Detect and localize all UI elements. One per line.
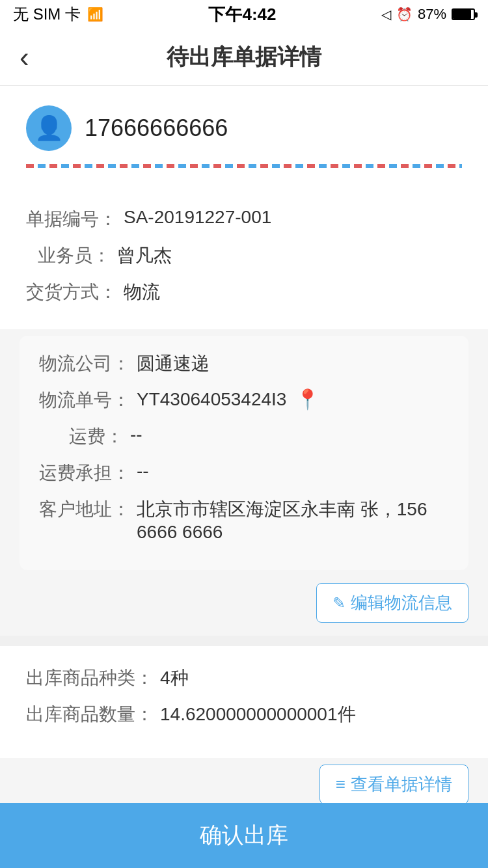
avatar-icon: 👤: [34, 115, 64, 142]
freight-bearer-row: 运费承担： --: [39, 461, 449, 485]
product-quantity-value: 14.620000000000001件: [160, 702, 462, 727]
status-time: 下午4:42: [208, 3, 276, 26]
nav-bar: ‹ 待出库单据详情: [0, 29, 488, 86]
avatar: 👤: [26, 105, 72, 151]
product-types-label: 出库商品种类：: [26, 666, 160, 690]
logistics-company-row: 物流公司： 圆通速递: [39, 351, 449, 376]
delivery-value: 物流: [124, 280, 462, 305]
user-header-section: 👤 17666666666: [0, 86, 488, 194]
dashed-divider: [26, 164, 462, 168]
freight-bearer-value: --: [137, 461, 449, 481]
product-types-row: 出库商品种类： 4种: [26, 666, 462, 690]
edit-btn-label: 编辑物流信息: [351, 591, 452, 614]
product-section: 出库商品种类： 4种 出库商品数量： 14.620000000000001件: [0, 646, 488, 758]
map-pin-icon[interactable]: 📍: [295, 388, 319, 411]
salesperson-label: 业务员：: [26, 243, 117, 268]
address-label: 客户地址：: [39, 497, 137, 522]
delivery-label: 交货方式：: [26, 280, 124, 305]
product-types-value: 4种: [160, 666, 462, 690]
document-info-section: 单据编号： SA-20191227-001 业务员： 曾凡杰 交货方式： 物流: [0, 194, 488, 329]
confirm-btn-area[interactable]: 确认出库: [0, 803, 488, 868]
address-value: 北京市市辖区海淀区永丰南 张，156 6666 6666: [137, 497, 449, 543]
freight-label: 运费：: [39, 424, 130, 449]
location-status-icon: ◁: [381, 7, 391, 22]
doc-no-value: SA-20191227-001: [124, 207, 462, 228]
freight-row: 运费： --: [39, 424, 449, 449]
logistics-company-value: 圆通速递: [137, 351, 449, 376]
freight-bearer-label: 运费承担：: [39, 461, 137, 485]
freight-value: --: [130, 424, 449, 445]
logistics-tracking-value: YT43064053424I3 📍: [137, 388, 449, 411]
salesperson-value: 曾凡杰: [117, 243, 462, 268]
product-quantity-label: 出库商品数量：: [26, 702, 160, 727]
status-left: 无 SIM 卡 📶: [13, 4, 103, 25]
view-detail-icon: ≡: [336, 774, 346, 794]
battery-percent: 87%: [418, 6, 446, 23]
product-quantity-row: 出库商品数量： 14.620000000000001件: [26, 702, 462, 727]
edit-btn-area: ✎ 编辑物流信息: [0, 583, 488, 636]
wifi-icon: 📶: [87, 7, 103, 22]
logistics-company-label: 物流公司：: [39, 351, 137, 376]
delivery-row: 交货方式： 物流: [26, 280, 462, 305]
edit-icon: ✎: [332, 594, 346, 612]
salesperson-row: 业务员： 曾凡杰: [26, 243, 462, 268]
status-right: ◁ ⏰ 87%: [381, 6, 475, 23]
logistics-card: 物流公司： 圆通速递 物流单号： YT43064053424I3 📍 运费： -…: [20, 336, 468, 570]
user-header: 👤 17666666666: [26, 105, 462, 164]
confirm-btn-text: 确认出库: [200, 821, 288, 850]
status-bar: 无 SIM 卡 📶 下午4:42 ◁ ⏰ 87%: [0, 0, 488, 29]
view-detail-label: 查看单据详情: [351, 773, 452, 796]
view-detail-button[interactable]: ≡ 查看单据详情: [319, 765, 468, 804]
doc-no-row: 单据编号： SA-20191227-001: [26, 207, 462, 232]
user-phone: 17666666666: [85, 115, 228, 142]
carrier-text: 无 SIM 卡: [13, 4, 81, 25]
battery-icon: [452, 8, 475, 20]
back-button[interactable]: ‹: [20, 41, 29, 74]
section-divider: [0, 636, 488, 646]
logistics-tracking-row: 物流单号： YT43064053424I3 📍: [39, 388, 449, 413]
edit-logistics-button[interactable]: ✎ 编辑物流信息: [316, 583, 468, 623]
address-row: 客户地址： 北京市市辖区海淀区永丰南 张，156 6666 6666: [39, 497, 449, 543]
doc-no-label: 单据编号：: [26, 207, 124, 232]
page-title: 待出库单据详情: [167, 42, 321, 72]
alarm-icon: ⏰: [396, 7, 413, 22]
logistics-tracking-label: 物流单号：: [39, 388, 137, 413]
